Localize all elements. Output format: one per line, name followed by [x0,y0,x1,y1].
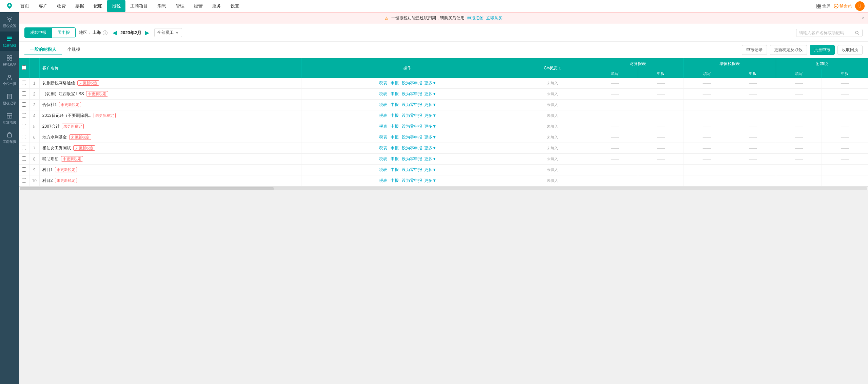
sidebar-item-personaltax[interactable]: 个税申报 [0,70,19,89]
row-op-declare-9[interactable]: 申报 [391,178,399,183]
row-tag-4[interactable]: 未更新税定 [62,124,84,129]
row-checkbox-1[interactable] [22,91,26,96]
sidebar-item-taxsettings[interactable]: 报税设置 [0,12,19,31]
row-op-zerodeclare-6[interactable]: 设为零申报 [402,146,422,150]
row-checkbox-8[interactable] [22,167,26,172]
member-button[interactable]: 畅会员 [834,3,852,9]
row-op-taxform-2[interactable]: 税表 [379,102,387,107]
tab-zeroreport[interactable]: 零申报 [52,28,75,38]
row-op-more-6[interactable]: 更多▼ [424,146,436,150]
row-op-zerodeclare-9[interactable]: 设为零申报 [402,178,422,183]
row-op-more-2[interactable]: 更多▼ [424,102,436,107]
row-op-declare-4[interactable]: 申报 [391,124,399,129]
row-tag-8[interactable]: 未更新税定 [55,167,77,172]
row-op-zerodeclare-4[interactable]: 设为零申报 [402,124,422,129]
row-op-taxform-3[interactable]: 税表 [379,113,387,118]
row-op-declare-7[interactable]: 申报 [391,156,399,161]
row-op-more-5[interactable]: 更多▼ [424,135,436,140]
nav-invoice[interactable]: 票据 [71,0,89,12]
row-tag-0[interactable]: 未更新税定 [77,80,99,86]
row-op-taxform-6[interactable]: 税表 [379,146,387,150]
user-avatar[interactable]: U [855,1,865,11]
date-next-button[interactable]: ▶ [143,29,151,37]
collect-receipt-button[interactable]: 收取回执 [837,45,863,55]
nav-client[interactable]: 客户 [34,0,52,12]
row-op-declare-5[interactable]: 申报 [391,135,399,140]
row-op-zerodeclare-1[interactable]: 设为零申报 [402,91,422,96]
nav-service[interactable]: 服务 [208,0,226,12]
date-prev-button[interactable]: ◀ [111,29,118,37]
nav-home[interactable]: 首页 [16,0,34,12]
row-checkbox-0[interactable] [22,81,26,85]
batch-declare-button[interactable]: 批量申报 [810,45,835,55]
banner-close-button[interactable]: × [862,16,864,21]
nav-tax[interactable]: 报税 [107,0,125,12]
row-checkbox-3[interactable] [22,113,26,118]
row-checkbox-7[interactable] [22,156,26,161]
scroll-thumb[interactable] [20,187,274,190]
row-op-taxform-1[interactable]: 税表 [379,91,387,96]
nav-operation[interactable]: 经营 [189,0,208,12]
tab-general-taxpayer[interactable]: 一般的纳税人 [24,44,62,55]
row-checkbox-2[interactable] [22,102,26,107]
row-tag-9[interactable]: 未更新税定 [55,178,77,183]
nav-account[interactable]: 记账 [89,0,107,12]
row-op-declare-3[interactable]: 申报 [391,113,399,118]
select-all-checkbox[interactable] [22,65,26,70]
row-tag-6[interactable]: 未更新税定 [73,145,95,151]
nav-fee[interactable]: 收费 [52,0,71,12]
row-op-declare-0[interactable]: 申报 [391,81,399,85]
search-input[interactable] [799,30,853,35]
row-op-declare-2[interactable]: 申报 [391,102,399,107]
sidebar-item-bizreport[interactable]: 工商年报 [0,128,19,147]
fullscreen-button[interactable]: 全屏 [816,3,830,9]
row-checkbox-6[interactable] [22,146,26,150]
region-info-icon[interactable]: ℹ [103,30,107,35]
row-op-declare-6[interactable]: 申报 [391,146,399,150]
row-op-more-8[interactable]: 更多▼ [424,167,436,172]
sidebar-item-calc[interactable]: 汇算清缴 [0,109,19,128]
row-op-taxform-8[interactable]: 税表 [379,167,387,172]
row-op-more-4[interactable]: 更多▼ [424,124,436,129]
row-op-declare-1[interactable]: 申报 [391,91,399,96]
sidebar-item-taxrecord[interactable]: 报税记录 [0,89,19,109]
nav-manage[interactable]: 管理 [171,0,189,12]
sidebar-item-taxoverview[interactable]: 报税总览 [0,51,19,70]
row-op-taxform-0[interactable]: 税表 [379,81,387,85]
update-taxrule-button[interactable]: 更新税定及取数 [770,45,807,55]
row-op-zerodeclare-3[interactable]: 设为零申报 [402,113,422,118]
row-op-more-0[interactable]: 更多▼ [424,81,436,85]
staff-selector[interactable]: 全部员工 ▼ [154,28,182,37]
row-op-taxform-5[interactable]: 税表 [379,135,387,140]
row-tag-5[interactable]: 未更新税定 [69,134,91,140]
row-op-taxform-9[interactable]: 税表 [379,178,387,183]
row-tag-7[interactable]: 未更新税定 [61,156,83,162]
row-op-zerodeclare-8[interactable]: 设为零申报 [402,167,422,172]
row-op-taxform-7[interactable]: 税表 [379,156,387,161]
row-checkbox-9[interactable] [22,178,26,183]
sidebar-item-batchtax[interactable]: 批量报税 [0,31,19,51]
row-checkbox-5[interactable] [22,135,26,139]
row-op-zerodeclare-2[interactable]: 设为零申报 [402,102,422,107]
row-tag-3[interactable]: 未更新税定 [94,113,116,118]
row-op-more-9[interactable]: 更多▼ [424,178,436,183]
nav-biz[interactable]: 工商项目 [125,0,153,12]
row-checkbox-4[interactable] [22,124,26,128]
row-tag-2[interactable]: 未更新税定 [59,102,81,107]
row-op-taxform-4[interactable]: 税表 [379,124,387,129]
buy-link[interactable]: 立即购买 [486,15,502,21]
shenbaohui-link[interactable]: 申报汇签 [467,15,484,21]
horizontal-scrollbar[interactable] [19,186,868,190]
tab-taxdeclaration[interactable]: 税款申报 [25,28,52,38]
row-op-zerodeclare-7[interactable]: 设为零申报 [402,156,422,161]
nav-message[interactable]: 消息 [153,0,171,12]
declaration-record-button[interactable]: 申报记录 [742,45,767,55]
nav-settings[interactable]: 设置 [226,0,244,12]
row-op-more-1[interactable]: 更多▼ [424,91,436,96]
row-tag-1[interactable]: 未更新税定 [86,91,108,97]
tab-small-scale[interactable]: 小规模 [62,44,86,55]
row-op-declare-8[interactable]: 申报 [391,167,399,172]
row-op-more-7[interactable]: 更多▼ [424,156,436,161]
row-op-zerodeclare-5[interactable]: 设为零申报 [402,135,422,140]
row-op-more-3[interactable]: 更多▼ [424,113,436,118]
